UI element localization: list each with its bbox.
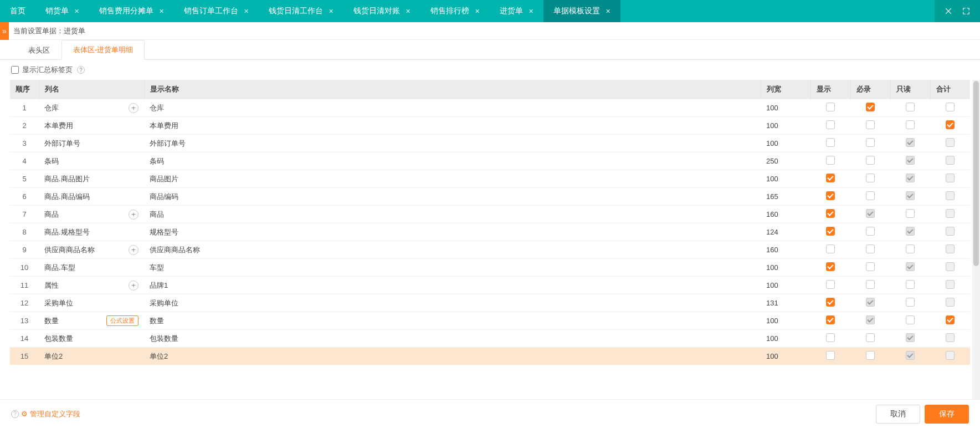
sub-tab-0[interactable]: 表头区: [17, 40, 61, 60]
table-row[interactable]: 8商品.规格型号规格型号124: [10, 223, 970, 241]
checkbox-show[interactable]: [826, 103, 835, 111]
cell-display[interactable]: 商品图片: [144, 170, 761, 188]
cell-width[interactable]: 160: [761, 241, 810, 259]
close-icon[interactable]: ✕: [404, 8, 411, 15]
save-button[interactable]: 保存: [925, 405, 969, 424]
top-tab-4[interactable]: 钱货日清工作台✕: [259, 0, 343, 22]
cell-width[interactable]: 131: [761, 294, 810, 312]
manage-custom-fields-link[interactable]: 管理自定义字段: [30, 409, 80, 419]
checkbox-show[interactable]: [826, 120, 835, 129]
checkbox-show[interactable]: [826, 227, 835, 236]
checkbox-show[interactable]: [826, 191, 835, 200]
cell-width[interactable]: 100: [761, 99, 810, 117]
help-icon[interactable]: ?: [77, 66, 85, 74]
gear-icon[interactable]: ⚙: [21, 410, 28, 418]
table-row[interactable]: 13数量 公式设置数量100: [10, 312, 970, 330]
cell-display[interactable]: 品牌1: [144, 277, 761, 294]
checkbox-readonly[interactable]: [906, 120, 915, 129]
show-summary-tab-checkbox[interactable]: [11, 66, 19, 74]
checkbox-required[interactable]: [866, 262, 875, 271]
cell-width[interactable]: 100: [761, 170, 810, 188]
cell-display[interactable]: 车型: [144, 259, 761, 277]
checkbox-readonly[interactable]: [906, 244, 915, 253]
add-child-field-icon[interactable]: +: [129, 103, 138, 113]
checkbox-required[interactable]: [866, 138, 875, 147]
top-tab-7[interactable]: 进货单✕: [490, 0, 543, 22]
checkbox-show[interactable]: [826, 262, 835, 271]
add-child-field-icon[interactable]: +: [129, 210, 138, 220]
checkbox-show[interactable]: [826, 351, 835, 360]
close-icon[interactable]: ✕: [604, 8, 610, 15]
top-tab-6[interactable]: 销售排行榜✕: [420, 0, 490, 22]
cell-display[interactable]: 包装数量: [144, 330, 761, 348]
checkbox-required[interactable]: [866, 103, 875, 111]
cell-width[interactable]: 160: [761, 206, 810, 223]
cell-width[interactable]: 100: [761, 330, 810, 348]
vertical-scrollbar[interactable]: [972, 80, 980, 399]
close-icon[interactable]: ✕: [474, 8, 480, 15]
cell-display[interactable]: 单位2: [144, 348, 761, 365]
cell-width[interactable]: 250: [761, 152, 810, 170]
checkbox-show[interactable]: [826, 298, 835, 307]
checkbox-readonly[interactable]: [906, 315, 915, 324]
top-tab-0[interactable]: 首页: [0, 0, 35, 22]
table-row[interactable]: 5商品.商品图片商品图片100: [10, 170, 970, 188]
checkbox-show[interactable]: [826, 280, 835, 289]
table-row[interactable]: 7商品+商品160: [10, 206, 970, 223]
checkbox-required[interactable]: [866, 156, 875, 165]
cell-display[interactable]: 商品: [144, 206, 761, 223]
top-tab-1[interactable]: 销货单✕: [35, 0, 89, 22]
top-tab-2[interactable]: 销售费用分摊单✕: [89, 0, 174, 22]
checkbox-show[interactable]: [826, 174, 835, 182]
checkbox-readonly[interactable]: [906, 103, 915, 111]
cell-width[interactable]: 100: [761, 312, 810, 330]
formula-tag[interactable]: 公式设置: [106, 315, 138, 326]
table-row[interactable]: 6商品.商品编码商品编码165: [10, 188, 970, 206]
fullscreen-icon[interactable]: [962, 7, 970, 15]
checkbox-total[interactable]: [946, 120, 955, 129]
checkbox-show[interactable]: [826, 156, 835, 165]
checkbox-required[interactable]: [866, 244, 875, 253]
checkbox-required[interactable]: [866, 191, 875, 200]
sub-tab-1[interactable]: 表体区-进货单明细: [61, 40, 145, 60]
close-icon[interactable]: ✕: [158, 8, 164, 15]
cell-display[interactable]: 商品编码: [144, 188, 761, 206]
table-row[interactable]: 9供应商商品名称+供应商商品名称160: [10, 241, 970, 259]
top-tab-5[interactable]: 钱货日清对账✕: [343, 0, 420, 22]
cell-width[interactable]: 124: [761, 223, 810, 241]
checkbox-total[interactable]: [946, 315, 955, 324]
table-row[interactable]: 12采购单位采购单位131: [10, 294, 970, 312]
top-tab-3[interactable]: 销售订单工作台✕: [174, 0, 259, 22]
cell-width[interactable]: 100: [761, 277, 810, 294]
table-row[interactable]: 10商品.车型车型100: [10, 259, 970, 277]
checkbox-required[interactable]: [866, 351, 875, 360]
checkbox-readonly[interactable]: [906, 280, 915, 289]
table-row[interactable]: 15单位2单位2100: [10, 348, 970, 365]
checkbox-required[interactable]: [866, 174, 875, 182]
checkbox-total[interactable]: [946, 103, 955, 111]
checkbox-show[interactable]: [826, 244, 835, 253]
close-icon[interactable]: ✕: [243, 8, 249, 15]
scrollbar-thumb[interactable]: [973, 81, 979, 266]
cell-width[interactable]: 100: [761, 348, 810, 365]
checkbox-required[interactable]: [866, 280, 875, 289]
cell-display[interactable]: 条码: [144, 152, 761, 170]
cell-width[interactable]: 165: [761, 188, 810, 206]
checkbox-required[interactable]: [866, 227, 875, 236]
close-all-tabs-icon[interactable]: [945, 7, 952, 15]
add-child-field-icon[interactable]: +: [129, 245, 138, 255]
checkbox-readonly[interactable]: [906, 298, 915, 307]
cell-width[interactable]: 100: [761, 259, 810, 277]
checkbox-required[interactable]: [866, 120, 875, 129]
checkbox-show[interactable]: [826, 333, 835, 342]
cell-display[interactable]: 采购单位: [144, 294, 761, 312]
table-row[interactable]: 3外部订单号外部订单号100: [10, 135, 970, 152]
checkbox-readonly[interactable]: [906, 209, 915, 218]
close-icon[interactable]: ✕: [73, 8, 79, 15]
cell-display[interactable]: 供应商商品名称: [144, 241, 761, 259]
top-tab-8[interactable]: 单据模板设置✕: [543, 0, 620, 22]
collapse-handle-icon[interactable]: [0, 22, 9, 40]
checkbox-show[interactable]: [826, 138, 835, 147]
checkbox-required[interactable]: [866, 333, 875, 342]
cell-display[interactable]: 规格型号: [144, 223, 761, 241]
